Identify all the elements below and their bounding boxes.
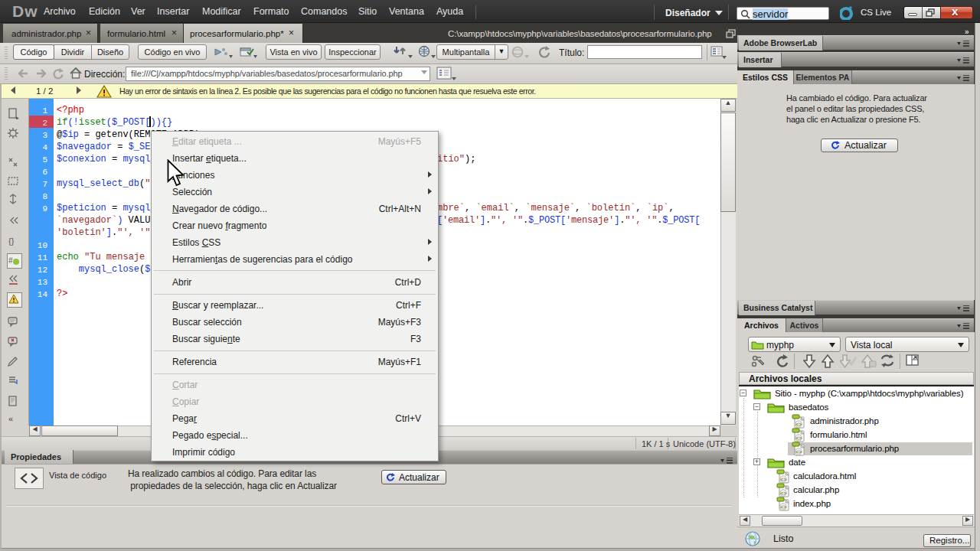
svg-text:<>: <> [780,477,786,482]
svg-text:{}: {} [8,236,15,246]
svg-text:*: * [849,6,852,14]
svg-text:<>: <> [780,504,786,510]
svg-text:<>: <> [780,491,786,496]
svg-text:<>: <> [795,435,802,441]
svg-text:#: # [8,256,13,265]
svg-text:<>: <> [795,422,802,427]
svg-text:<>: <> [795,449,802,455]
